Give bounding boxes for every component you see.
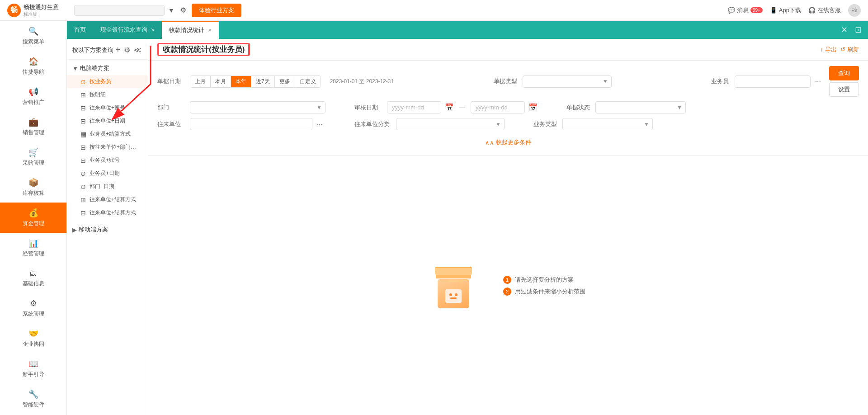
scheme-item-detail[interactable]: ⊞ 按明细 xyxy=(67,88,148,101)
audit-calendar-to-icon[interactable]: 📅 xyxy=(528,103,538,112)
right-panel: 收款情况统计(按业务员) ↑ 导出 ↺ 刷新 xyxy=(148,39,868,415)
trial-btn[interactable]: 体验行业方案 xyxy=(192,4,241,17)
scheme-salesperson-account-icon: ⊟ xyxy=(80,157,87,164)
sidebar-item-guide[interactable]: 📖 新手引导 xyxy=(0,354,66,384)
user-avatar[interactable]: Rit xyxy=(848,4,861,17)
salesperson-input[interactable] xyxy=(735,75,810,88)
doc-type-select-wrapper: ▼ xyxy=(523,75,612,88)
scheme-item-partner-settlement2[interactable]: ⊟ 往来单位+结算方式 xyxy=(67,206,148,219)
query-btn[interactable]: 查询 xyxy=(829,66,859,80)
sidebar-label-enterprise: 企业协同 xyxy=(23,340,44,348)
scheme-dept-date-icon: ⊙ xyxy=(80,183,87,190)
app-download-btn[interactable]: 📱 App下载 xyxy=(770,6,801,14)
empty-step-1: 1 请先选择要分析的方案 xyxy=(503,276,585,284)
search-icon: 🔍 xyxy=(28,26,38,36)
online-service-btn[interactable]: 🎧 在线客服 xyxy=(808,6,841,14)
audit-date-to[interactable] xyxy=(471,101,525,113)
sidebar-item-marketing[interactable]: 📢 营销推广 xyxy=(0,81,66,112)
breadcrumb-input[interactable] xyxy=(74,5,165,16)
scheme-item-partner-settlement1[interactable]: ⊞ 往来单位+结算方式 xyxy=(67,193,148,206)
left-scheme-panel: 按以下方案查询 + ⚙ ≪ ▼ 电脑端方案 ⊙ 按业务员 xyxy=(67,39,148,415)
scheme-item-partner-date[interactable]: ⊟ 往来单位+日期 xyxy=(67,114,148,127)
export-btn[interactable]: ↑ 导出 xyxy=(821,46,837,54)
audit-calendar-from-icon[interactable]: 📅 xyxy=(445,103,454,112)
partner-input[interactable] xyxy=(190,118,312,130)
salesperson-more-btn[interactable]: ··· xyxy=(812,76,824,86)
date-btn-this-year[interactable]: 本年 xyxy=(231,76,251,87)
date-btn-this-month[interactable]: 本月 xyxy=(211,76,231,87)
sidebar-item-hardware[interactable]: 🔧 智能硬件 xyxy=(0,384,66,414)
date-btn-last-month[interactable]: 上月 xyxy=(190,76,211,87)
download-icon: 📱 xyxy=(770,7,777,14)
title-actions: ↑ 导出 ↺ 刷新 xyxy=(821,46,859,54)
doc-type-select[interactable] xyxy=(523,75,612,88)
sidebar-item-finance[interactable]: 💰 资金管理 xyxy=(0,203,66,233)
scheme-collapse-btn[interactable]: ≪ xyxy=(133,44,142,56)
business-type-select[interactable] xyxy=(562,118,653,130)
scheme-salesperson-settlement-label: 业务员+结算方式 xyxy=(90,130,131,138)
tab-receipt-close[interactable]: × xyxy=(208,27,212,34)
empty-content: 1 请先选择要分析的方案 2 用过滤条件来缩小分析范围 xyxy=(431,263,585,308)
scheme-item-partner-dept[interactable]: ⊟ 按往来单位+部门+收... xyxy=(67,141,148,154)
scheme-partner-account-icon: ⊟ xyxy=(80,104,87,112)
partner-field-wrapper: ··· xyxy=(190,118,326,130)
desktop-scheme-group-header[interactable]: ▼ 电脑端方案 xyxy=(67,61,148,75)
date-btn-7days[interactable]: 近7天 xyxy=(251,76,275,87)
sidebar-label-marketing: 营销推广 xyxy=(23,99,44,106)
sidebar-label-quick-nav: 快捷导航 xyxy=(23,68,44,76)
sidebar-item-search[interactable]: 🔍 搜索菜单 xyxy=(0,21,66,51)
scheme-item-salesperson-date[interactable]: ⊙ 业务员+日期 xyxy=(67,167,148,180)
messages-btn[interactable]: 💬 消息 99+ xyxy=(728,6,763,14)
box-mouth xyxy=(450,297,457,299)
partner-category-select[interactable] xyxy=(396,118,505,130)
filter-buttons: 查询 设置 xyxy=(829,66,859,97)
scheme-dept-date-label: 部门+日期 xyxy=(90,183,114,190)
sidebar-item-base[interactable]: 🗂 基础信息 xyxy=(0,263,66,293)
tab-bar: 首页 现金银行流水查询 × 收款情况统计 × ✕ ⊡ xyxy=(67,21,868,39)
scheme-salesperson-label: 按业务员 xyxy=(90,78,111,85)
doc-status-select[interactable] xyxy=(595,101,686,113)
scheme-item-partner-account[interactable]: ⊟ 往来单位+账号 xyxy=(67,101,148,114)
tab-bank[interactable]: 现金银行流水查询 × xyxy=(93,21,162,39)
logo-badge: 标准版 xyxy=(24,11,59,18)
tab-home[interactable]: 首页 xyxy=(67,21,93,39)
sidebar-item-inventory[interactable]: 📦 库存核算 xyxy=(0,172,66,203)
sidebar-item-quick-nav[interactable]: 🏠 快捷导航 xyxy=(0,51,66,81)
scheme-item-salesperson-settlement[interactable]: ▦ 业务员+结算方式 xyxy=(67,127,148,141)
business-icon: 📊 xyxy=(28,238,38,248)
sidebar-item-sales[interactable]: 💼 销售管理 xyxy=(0,112,66,142)
scheme-partner-account-label: 往来单位+账号 xyxy=(90,104,125,112)
collapse-more-btn[interactable]: ∧∧ 收起更多条件 xyxy=(157,135,859,150)
partner-more-btn[interactable]: ··· xyxy=(314,119,326,129)
refresh-btn[interactable]: ↺ 刷新 xyxy=(840,46,859,54)
breadcrumb-dropdown-btn[interactable]: ▼ xyxy=(168,7,175,14)
dept-select[interactable] xyxy=(190,101,326,113)
desktop-scheme-group: ▼ 电脑端方案 ⊙ 按业务员 ⊞ 按明细 ⊟ 往来单位+账号 xyxy=(67,60,148,221)
step-1-text: 请先选择要分析的方案 xyxy=(515,276,574,284)
tab-close-all-btn[interactable]: ✕ xyxy=(838,24,850,36)
date-btn-more[interactable]: 更多 xyxy=(275,76,295,87)
date-btn-custom[interactable]: 自定义 xyxy=(295,76,321,87)
audit-date-from[interactable] xyxy=(387,101,441,113)
filter-settings-btn[interactable]: 设置 xyxy=(829,82,859,97)
desktop-group-label: 电脑端方案 xyxy=(80,64,109,72)
tab-receipt[interactable]: 收款情况统计 × xyxy=(162,21,219,39)
scheme-item-dept-date[interactable]: ⊙ 部门+日期 xyxy=(67,180,148,193)
tab-bank-close[interactable]: × xyxy=(151,26,155,33)
sidebar-item-enterprise[interactable]: 🤝 企业协同 xyxy=(0,323,66,354)
scheme-settings-btn[interactable]: ⚙ xyxy=(123,44,131,56)
filter-area: 单据日期 上月 本月 本年 近7天 更多 自定义 2023-01-01 至 20… xyxy=(148,61,868,156)
settings-icon-btn[interactable]: ⚙ xyxy=(178,4,188,16)
sidebar-item-business[interactable]: 📊 经营管理 xyxy=(0,233,66,263)
scheme-item-salesperson[interactable]: ⊙ 按业务员 xyxy=(67,75,148,88)
sidebar-item-system[interactable]: ⚙ 系统管理 xyxy=(0,293,66,323)
tab-maximize-btn[interactable]: ⊡ xyxy=(852,24,864,36)
purchase-icon: 🛒 xyxy=(28,147,38,157)
mobile-scheme-group-header[interactable]: ▶ 移动端方案 xyxy=(67,223,148,236)
logo-text: 畅捷通好生意 xyxy=(24,3,59,11)
scheme-item-salesperson-account[interactable]: ⊟ 业务员+账号 xyxy=(67,154,148,167)
marketing-icon: 📢 xyxy=(28,87,38,97)
box-eyes xyxy=(449,293,458,296)
sidebar-item-purchase[interactable]: 🛒 采购管理 xyxy=(0,142,66,172)
scheme-add-btn[interactable]: + xyxy=(114,44,121,56)
